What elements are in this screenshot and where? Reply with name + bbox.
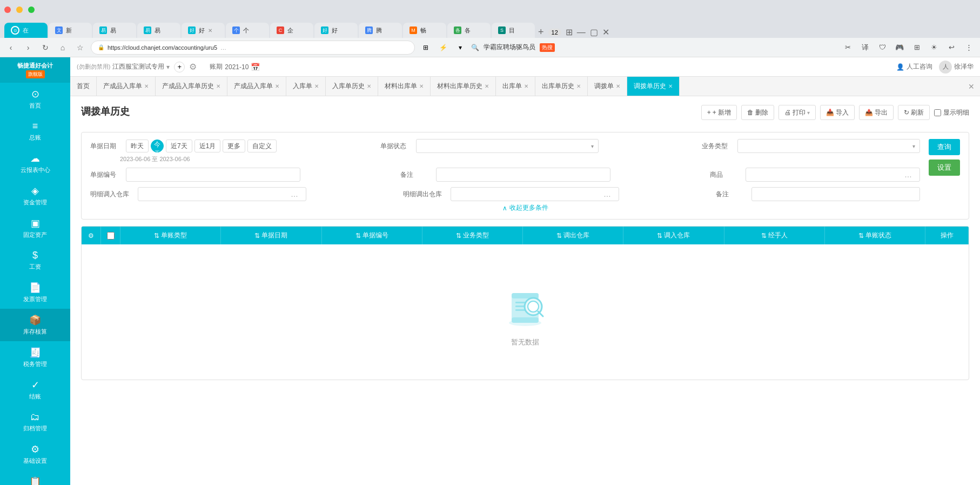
page-tab-1-close[interactable]: ✕ (144, 83, 149, 89)
sidebar-item-archive[interactable]: 🗂 归档管理 (0, 406, 70, 438)
address-bar[interactable]: 🔒 https://cloud.chanjet.com/accounting/u… (91, 41, 415, 55)
delete-btn[interactable]: 🗑 删除 (741, 105, 774, 120)
browser-tab-0[interactable]: ⊙ 在 (4, 23, 48, 38)
display-toggle-label[interactable]: 显示明细 (934, 108, 969, 117)
game-icon[interactable]: 🎮 (892, 41, 907, 55)
sidebar-item-closing[interactable]: ✓ 结账 (0, 374, 70, 406)
th-handler[interactable]: ⇅ 经手人 (724, 227, 825, 244)
voucher-num-input[interactable] (126, 168, 300, 182)
user-avatar-area[interactable]: 人 徐泽华 (939, 61, 974, 74)
grid-icon[interactable]: ⊞ (910, 41, 924, 55)
sidebar-item-inventory[interactable]: 📦 库存核算 (0, 309, 70, 341)
tab-menu-icon[interactable]: ⊞ (566, 27, 573, 37)
close-all-tabs-btn[interactable]: ✕ (963, 82, 980, 91)
sidebar-item-invoice[interactable]: 📄 发票管理 (0, 276, 70, 309)
page-tab-9[interactable]: 出库单历史 ✕ (535, 77, 588, 96)
brightness-icon[interactable]: ☀ (927, 41, 941, 55)
browser-tab-9[interactable]: M 畅 (403, 23, 446, 38)
page-tab-home[interactable]: 首页 (70, 77, 97, 96)
sidebar-item-home[interactable]: ⊙ 首页 (0, 83, 70, 115)
browser-tab-10[interactable]: 各 各 (447, 23, 491, 38)
page-tab-1[interactable]: 产成品入库单 ✕ (97, 77, 156, 96)
sidebar-item-guide[interactable]: 📋 新手引导 (0, 470, 70, 485)
date-btn-1month[interactable]: 近1月 (194, 139, 221, 152)
sidebar-item-payroll[interactable]: $ 工资 (0, 244, 70, 276)
page-tab-6-close[interactable]: ✕ (419, 83, 424, 89)
browser-tab-11[interactable]: S 目 (492, 23, 535, 38)
print-btn[interactable]: 🖨 打印 ▾ (778, 105, 816, 120)
sidebar-item-assets[interactable]: ▣ 固定资产 (0, 212, 70, 244)
home-btn[interactable]: ⌂ (56, 41, 69, 54)
maximize-btn[interactable]: ▢ (590, 27, 598, 37)
browser-tab-2[interactable]: 易 易 (93, 23, 136, 38)
sidebar-item-tax[interactable]: 🧾 税务管理 (0, 341, 70, 374)
remarks-input[interactable] (436, 168, 610, 182)
query-btn[interactable]: 查询 (929, 139, 960, 155)
company-selector[interactable]: (勿删勿禁用) 江西服宝测试专用 ▾ (77, 62, 170, 71)
page-tab-7-close[interactable]: ✕ (485, 83, 489, 89)
undo-icon[interactable]: ↩ (944, 41, 958, 55)
close-btn[interactable]: ✕ (602, 27, 609, 37)
date-btn-7days[interactable]: 近7天 (166, 139, 192, 152)
scissors-icon[interactable]: ✂ (841, 41, 855, 55)
status-select[interactable]: ▾ (416, 139, 599, 153)
page-tab-5[interactable]: 入库单历史 ✕ (326, 77, 378, 96)
import-btn[interactable]: 📥 导入 (820, 105, 855, 120)
browser-tab-5[interactable]: 个 个 (226, 23, 269, 38)
page-tab-8[interactable]: 出库单 ✕ (496, 77, 535, 96)
translate-icon[interactable]: 译 (858, 41, 872, 55)
tab-close-4[interactable]: ✕ (208, 28, 212, 34)
new-tab-btn[interactable]: + (538, 26, 544, 38)
collapse-btn[interactable]: ∧ 收起更多条件 (90, 203, 960, 212)
browser-tab-8[interactable]: 腾 腾 (359, 23, 402, 38)
star-btn[interactable]: ☆ (73, 41, 86, 54)
detail-out-select[interactable]: … (451, 187, 619, 201)
th-in-warehouse[interactable]: ⇅ 调入仓库 (623, 227, 724, 244)
page-tab-3-close[interactable]: ✕ (275, 83, 279, 89)
browser-tab-6[interactable]: C 企 (270, 23, 313, 38)
extensions-icon[interactable]: ⊞ (419, 41, 432, 54)
table-select-all[interactable] (107, 232, 115, 240)
page-tab-3[interactable]: 产成品入库单 ✕ (227, 77, 286, 96)
forward-btn[interactable]: › (22, 41, 35, 54)
export-btn[interactable]: 📤 导出 (859, 105, 894, 120)
th-status[interactable]: ⇅ 单账状态 (825, 227, 925, 244)
th-date[interactable]: ⇅ 单据日期 (221, 227, 321, 244)
browser-tab-4[interactable]: 好 好 ✕ (182, 23, 225, 38)
page-tab-6[interactable]: 材料出库单 ✕ (378, 77, 431, 96)
browser-tab-7[interactable]: 好 好 (314, 23, 358, 38)
sidebar-item-ledger[interactable]: ≡ 总账 (0, 115, 70, 147)
add-company-btn[interactable]: + (174, 62, 185, 72)
page-tab-11[interactable]: 调拨单历史 ✕ (627, 77, 680, 96)
settings-gear-btn[interactable]: ⚙ (189, 62, 197, 72)
date-btn-yesterday[interactable]: 昨天 (126, 139, 149, 152)
minimize-btn[interactable]: — (577, 28, 586, 37)
th-settings[interactable]: ⚙ (82, 227, 101, 244)
sidebar-item-settings[interactable]: ⚙ 基础设置 (0, 438, 70, 470)
page-tab-10-close[interactable]: ✕ (616, 83, 620, 89)
page-tab-5-close[interactable]: ✕ (367, 83, 371, 89)
note-input[interactable] (751, 187, 920, 201)
lightning-icon[interactable]: ⚡ (437, 41, 449, 54)
refresh-btn[interactable]: ↻ 刷新 (898, 105, 930, 120)
goods-select[interactable]: … (746, 168, 920, 182)
back-btn[interactable]: ‹ (4, 41, 17, 54)
setting-btn[interactable]: 设置 (929, 160, 960, 176)
page-tab-4-close[interactable]: ✕ (314, 83, 319, 89)
sidebar-item-reports[interactable]: ☁ 云报表中心 (0, 147, 70, 180)
page-tab-4[interactable]: 入库单 ✕ (286, 77, 326, 96)
dropdown-btn[interactable]: ▾ (454, 41, 467, 54)
detail-in-select[interactable]: … (138, 187, 306, 201)
calendar-icon[interactable]: 📅 (251, 63, 260, 71)
shield-icon[interactable]: 🛡 (875, 41, 889, 55)
page-tab-2-close[interactable]: ✕ (216, 83, 220, 89)
reload-btn[interactable]: ↻ (39, 41, 52, 54)
date-btn-custom[interactable]: 自定义 (247, 139, 277, 152)
sidebar-item-funds[interactable]: ◈ 资金管理 (0, 180, 70, 212)
service-btn[interactable]: 👤 人工咨询 (896, 62, 932, 71)
browser-tab-3[interactable]: 易 易 (137, 23, 180, 38)
page-tab-11-close[interactable]: ✕ (668, 83, 673, 89)
display-toggle-checkbox[interactable] (934, 109, 941, 116)
date-btn-more[interactable]: 更多 (223, 139, 245, 152)
page-tab-10[interactable]: 调拨单 ✕ (588, 77, 627, 96)
